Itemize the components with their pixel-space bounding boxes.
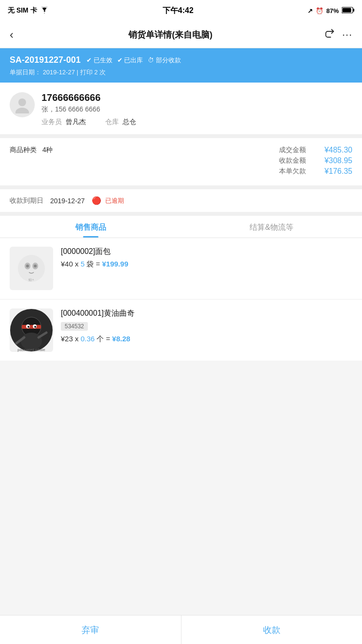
summary-right: 成交金额 ¥485.30 收款金额 ¥308.95 本单欠款 ¥176.35 [279,146,352,178]
cancel-review-button[interactable]: 弃审 [0,616,181,644]
product-info-cookie: [000400001]黄油曲奇 534532 ¥23 x 0.36 个 = ¥8… [61,308,352,344]
customer-section: 17666666666 张，156 6666 6666 业务员 曾凡杰 仓库 总… [0,83,362,138]
salesperson-field: 业务员 曾凡杰 [42,118,86,126]
products-section: 鲸+ [0000002]面包 ¥40 x 5 袋 = ¥199.99 [0,238,362,361]
tabs-section: 销售商品 结算&物流等 [0,216,362,238]
type-value: 4种 [42,146,53,154]
salesperson-label: 业务员 [42,118,62,126]
customer-name: 张，156 6666 6666 [42,105,352,114]
product-image-cookie: password whale [10,308,53,352]
svg-rect-1 [353,9,354,12]
sim-status: 无 SIM 卡 [8,6,37,15]
svg-text:password whale: password whale [17,348,45,352]
svg-rect-13 [22,325,41,329]
owed-row: 本单欠款 ¥176.35 [279,167,352,176]
order-date-row: 单据日期： 2019-12-27 | 打印 2 次 [10,68,352,77]
nav-bar: ‹ 销货单详情(来自电脑) ··· [0,21,362,48]
amount-label: 成交金额 [279,146,306,154]
product-price-cookie: ¥23 x 0.36 个 = ¥8.28 [61,335,352,344]
tabs-row: 销售商品 结算&物流等 [0,216,362,238]
bottom-bar: 弃审 收款 [0,615,362,644]
svg-point-9 [34,265,37,267]
back-button[interactable]: ‹ [10,26,17,43]
print-suffix: 次 [99,69,106,76]
summary-left: 商品种类 4种 [10,146,53,155]
order-id: SA-20191227-001 [10,55,81,65]
owed-value: ¥176.35 [314,167,352,176]
customer-avatar [10,92,35,117]
svg-point-17 [34,326,36,328]
product-card: 鲸+ [0000002]面包 ¥40 x 5 袋 = ¥199.99 [0,238,362,299]
svg-point-4 [15,108,29,113]
product-info-bread: [0000002]面包 ¥40 x 5 袋 = ¥199.99 [61,247,352,269]
print-separator: | 打印 [77,69,95,76]
product-name-cookie: [000400001]黄油曲奇 [61,308,352,319]
svg-point-16 [28,326,29,328]
svg-point-3 [18,98,26,106]
svg-text:鲸+: 鲸+ [28,278,34,281]
tab-sales-products[interactable]: 销售商品 [0,216,181,238]
warehouse-value: 总仓 [123,118,136,126]
customer-info: 17666666666 张，156 6666 6666 业务员 曾凡杰 仓库 总… [42,92,352,126]
page-title: 销货单详情(来自电脑) [128,29,212,41]
product-price-bread: ¥40 x 5 袋 = ¥199.99 [61,260,352,269]
warehouse-field: 仓库 总仓 [105,118,136,126]
summary-section: 商品种类 4种 成交金额 ¥485.30 收款金额 ¥308.95 本单欠款 ¥… [0,138,362,189]
product-sku-badge: 534532 [61,322,88,331]
status-effected: ✔ 已生效 [86,56,112,65]
overdue-badge: 已逾期 [105,196,124,205]
product-image-bread: 鲸+ [10,247,53,290]
amount-value: ¥485.30 [314,146,352,154]
type-label: 商品种类 [10,146,37,154]
amount-row: 成交金额 ¥485.30 [279,146,352,154]
nav-actions: ··· [324,28,352,41]
due-section: 收款到期日 2019-12-27 🔴 已逾期 [0,189,362,216]
product-name-bread: [0000002]面包 [61,247,352,257]
more-icon[interactable]: ··· [342,28,352,41]
received-row: 收款金额 ¥308.95 [279,156,352,165]
customer-meta: 业务员 曾凡杰 仓库 总仓 [42,118,352,126]
due-date: 2019-12-27 [50,197,85,205]
order-banner: SA-20191227-001 ✔ 已生效 ✔ 已出库 ⏱ 部分收款 单据日期：… [0,48,362,83]
warehouse-label: 仓库 [105,118,119,126]
svg-rect-2 [342,8,351,12]
status-bar: 无 SIM 卡 下午4:42 ↗ ⏰ 87% [0,0,362,21]
status-time: 下午4:42 [163,6,194,16]
status-right: ↗ ⏰ 87% [307,7,354,15]
share-icon[interactable] [324,28,334,41]
due-label: 收款到期日 [10,196,43,205]
customer-phone: 17666666666 [42,92,352,103]
status-shipped: ✔ 已出库 [117,56,143,65]
product-type: 商品种类 4种 [10,146,53,154]
status-partial-paid: ⏱ 部分收款 [148,56,181,65]
received-label: 收款金额 [279,156,306,165]
svg-point-8 [26,265,29,267]
overdue-icon: 🔴 [92,196,101,205]
salesperson-value: 曾凡杰 [66,118,86,126]
tab-settlement-logistics[interactable]: 结算&物流等 [181,216,362,238]
print-count: 2 [94,69,97,76]
owed-label: 本单欠款 [279,167,306,176]
order-status-badges: ✔ 已生效 ✔ 已出库 ⏱ 部分收款 [86,56,181,65]
order-date: 2019-12-27 [43,69,75,76]
status-left: 无 SIM 卡 [8,6,49,15]
battery-icon [342,7,354,15]
product-card-2: password whale [000400001]黄油曲奇 534532 ¥2… [0,300,362,361]
battery-level: 87% [326,7,339,14]
date-label: 单据日期： [10,69,41,76]
collect-payment-button[interactable]: 收款 [181,616,362,644]
alarm-icon: ⏰ [316,7,323,14]
wifi-icon [40,7,49,15]
location-icon: ↗ [307,7,313,14]
received-value: ¥308.95 [314,156,352,165]
